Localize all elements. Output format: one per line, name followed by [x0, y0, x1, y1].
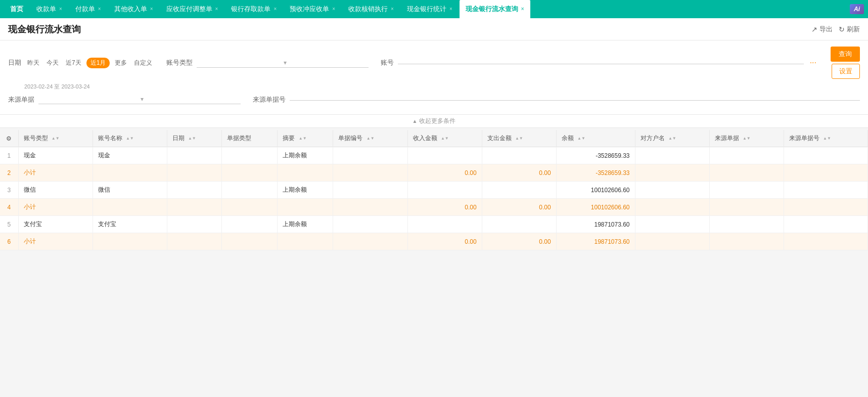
date-yesterday[interactable]: 昨天: [25, 58, 41, 68]
refresh-button[interactable]: ↻ 刷新: [839, 25, 860, 34]
nav-home[interactable]: 首页: [4, 0, 29, 18]
close-icon[interactable]: ×: [215, 0, 218, 18]
column-source-doc[interactable]: 来源单据 ▲▼: [709, 130, 784, 147]
table-row[interactable]: 1现金现金上期余额-3528659.33: [0, 147, 868, 164]
nav-tab-0[interactable]: 收款单 ×: [30, 0, 68, 18]
date-1month[interactable]: 近1月: [86, 58, 110, 68]
collapse-icon: ▲: [413, 118, 418, 124]
data-table: ⚙ 账号类型 ▲▼ 账号名称 ▲▼ 日期 ▲▼ 单据类型 摘要: [0, 130, 868, 250]
chevron-down-icon: ▾: [284, 59, 367, 66]
ai-badge[interactable]: Ai: [850, 4, 864, 14]
column-expense[interactable]: 支出金额 ▲▼: [482, 130, 556, 147]
export-icon: ↗: [811, 25, 817, 33]
filter-area: 日期 昨天 今天 近7天 近1月 更多 自定义 账号类型 ▾ 账号 ···: [0, 40, 868, 115]
sort-icon: ▲▼: [823, 137, 831, 141]
nav-tab-4[interactable]: 银行存取款单 ×: [225, 0, 283, 18]
column-balance[interactable]: 余额 ▲▼: [556, 130, 635, 147]
nav-tab-1[interactable]: 付款单 ×: [69, 0, 107, 18]
column-income[interactable]: 收入金额 ▲▼: [407, 130, 482, 147]
close-icon[interactable]: ×: [150, 0, 153, 18]
date-custom[interactable]: 自定义: [132, 58, 154, 68]
source-doc-no-label: 来源单据号: [253, 95, 286, 104]
column-account-type[interactable]: 账号类型 ▲▼: [18, 130, 93, 147]
date-label: 日期: [8, 58, 21, 67]
date-7days[interactable]: 近7天: [64, 58, 83, 68]
column-source-doc-no[interactable]: 来源单据号 ▲▼: [784, 130, 867, 147]
close-icon[interactable]: ×: [521, 0, 524, 18]
date-filter-group: 日期 昨天 今天 近7天 近1月 更多 自定义: [8, 58, 154, 68]
date-today[interactable]: 今天: [44, 58, 61, 68]
table-row[interactable]: 5支付宝支付宝上期余额19871073.60: [0, 216, 868, 233]
close-icon[interactable]: ×: [59, 0, 62, 18]
chevron-down-icon: ▾: [141, 96, 239, 103]
column-date[interactable]: 日期 ▲▼: [167, 130, 222, 147]
source-doc-select[interactable]: ▾: [38, 95, 241, 104]
source-doc-label: 来源单据: [8, 95, 34, 104]
nav-tab-8[interactable]: 现金银行流水查询 ×: [460, 0, 530, 18]
sort-icon: ▲▼: [743, 137, 751, 141]
table-header-row: ⚙ 账号类型 ▲▼ 账号名称 ▲▼ 日期 ▲▼ 单据类型 摘要: [0, 130, 868, 147]
date-shortcuts: 昨天 今天 近7天 近1月 更多 自定义: [25, 58, 154, 68]
date-range-display: 2023-02-24 至 2023-03-24: [24, 83, 860, 91]
header-actions: ↗ 导出 ↻ 刷新: [811, 25, 860, 34]
setting-button[interactable]: 设置: [832, 64, 860, 79]
table-row[interactable]: 4小计0.000.00100102606.60: [0, 199, 868, 216]
column-doc-type[interactable]: 单据类型: [222, 130, 278, 147]
table-row[interactable]: 3微信微信上期余额100102606.60: [0, 182, 868, 199]
filter-row-2: 来源单据 ▾ 来源单据号: [8, 95, 860, 104]
sort-icon: ▲▼: [515, 137, 523, 141]
top-navigation: 首页 收款单 × 付款单 × 其他收入单 × 应收应付调整单 × 银行存取款单 …: [0, 0, 868, 18]
source-doc-no-input[interactable]: [290, 98, 860, 101]
column-gear[interactable]: ⚙: [0, 130, 18, 147]
table-row[interactable]: 6小计0.000.0019871073.60: [0, 233, 868, 250]
close-icon[interactable]: ×: [332, 0, 335, 18]
nav-tab-5[interactable]: 预收冲应收单 ×: [284, 0, 341, 18]
account-more-button[interactable]: ···: [808, 58, 818, 67]
date-more[interactable]: 更多: [113, 58, 129, 68]
close-icon[interactable]: ×: [98, 0, 101, 18]
close-icon[interactable]: ×: [391, 0, 394, 18]
sort-icon: ▲▼: [577, 137, 585, 141]
close-icon[interactable]: ×: [273, 0, 277, 18]
account-type-label: 账号类型: [166, 58, 193, 67]
column-doc-no[interactable]: 单据编号 ▲▼: [333, 130, 407, 147]
nav-tab-7[interactable]: 现金银行统计 ×: [401, 0, 459, 18]
account-input[interactable]: [398, 62, 803, 64]
source-doc-filter-group: 来源单据 ▾: [8, 95, 241, 104]
nav-tab-3[interactable]: 应收应付调整单 ×: [160, 0, 224, 18]
account-type-select[interactable]: ▾: [197, 58, 369, 68]
nav-tab-6[interactable]: 收款核销执行 ×: [342, 0, 400, 18]
sort-icon: ▲▼: [367, 137, 375, 141]
page-title: 现金银行流水查询: [8, 23, 81, 35]
account-label: 账号: [381, 58, 394, 67]
sort-icon: ▲▼: [188, 137, 196, 141]
nav-tab-2[interactable]: 其他收入单 ×: [108, 0, 159, 18]
column-counterpart[interactable]: 对方户名 ▲▼: [635, 130, 709, 147]
account-filter-group: 账号 ···: [381, 58, 818, 67]
data-table-container: ⚙ 账号类型 ▲▼ 账号名称 ▲▼ 日期 ▲▼ 单据类型 摘要: [0, 130, 868, 250]
sort-icon: ▲▼: [52, 137, 60, 141]
column-summary[interactable]: 摘要 ▲▼: [278, 130, 333, 147]
account-type-filter-group: 账号类型 ▾: [166, 58, 369, 68]
page-header: 现金银行流水查询 ↗ 导出 ↻ 刷新: [0, 18, 868, 40]
close-icon[interactable]: ×: [449, 0, 452, 18]
table-row[interactable]: 2小计0.000.00-3528659.33: [0, 164, 868, 182]
sort-icon: ▲▼: [126, 137, 134, 141]
source-doc-no-filter-group: 来源单据号: [253, 95, 860, 104]
export-button[interactable]: ↗ 导出: [811, 25, 833, 34]
column-account-name[interactable]: 账号名称 ▲▼: [93, 130, 167, 147]
refresh-icon: ↻: [839, 25, 845, 33]
sort-icon: ▲▼: [299, 137, 307, 141]
collapse-bar[interactable]: ▲ 收起更多条件: [0, 115, 868, 128]
sort-icon: ▲▼: [668, 137, 676, 141]
query-button[interactable]: 查询: [831, 47, 860, 62]
collapse-label: 收起更多条件: [419, 117, 455, 125]
filter-row-1: 日期 昨天 今天 近7天 近1月 更多 自定义 账号类型 ▾ 账号 ···: [8, 47, 860, 79]
sort-icon: ▲▼: [441, 137, 449, 141]
